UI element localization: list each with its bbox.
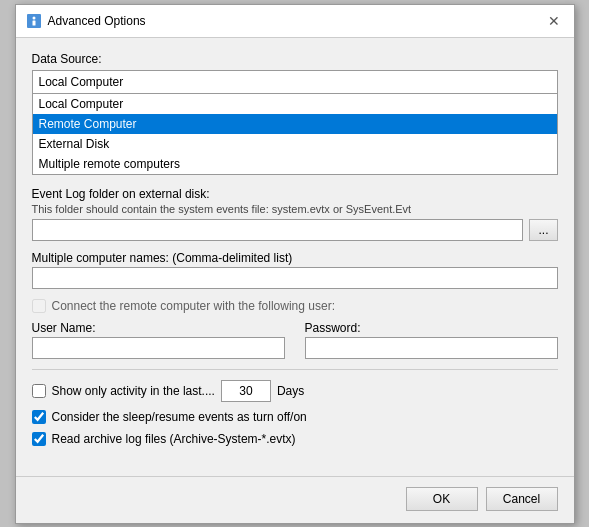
username-label: User Name: bbox=[32, 321, 285, 335]
ok-button[interactable]: OK bbox=[406, 487, 478, 511]
button-row: OK Cancel bbox=[16, 476, 574, 523]
multiple-computers-input[interactable] bbox=[32, 267, 558, 289]
event-log-folder-sublabel: This folder should contain the system ev… bbox=[32, 203, 558, 215]
divider bbox=[32, 369, 558, 370]
connect-remote-row: Connect the remote computer with the fol… bbox=[32, 299, 558, 313]
event-log-folder-input[interactable] bbox=[32, 219, 524, 241]
dialog-content: Data Source: Local Computer ▾ Local Comp… bbox=[16, 38, 574, 466]
username-input[interactable] bbox=[32, 337, 285, 359]
dropdown-option-multiple[interactable]: Multiple remote computers bbox=[33, 154, 557, 174]
svg-rect-2 bbox=[32, 20, 35, 25]
user-pwd-row: User Name: Password: bbox=[32, 321, 558, 359]
svg-point-1 bbox=[32, 16, 35, 19]
show-activity-label[interactable]: Show only activity in the last.... bbox=[52, 384, 215, 398]
data-source-label: Data Source: bbox=[32, 52, 558, 66]
data-source-dropdown[interactable]: Local Computer bbox=[32, 70, 558, 94]
cancel-button[interactable]: Cancel bbox=[486, 487, 558, 511]
sleep-resume-row: Consider the sleep/resume events as turn… bbox=[32, 410, 558, 424]
browse-button[interactable]: ... bbox=[529, 219, 557, 241]
event-log-folder-label: Event Log folder on external disk: bbox=[32, 187, 558, 201]
data-source-dropdown-list: Local Computer Remote Computer External … bbox=[32, 94, 558, 175]
sleep-resume-label[interactable]: Consider the sleep/resume events as turn… bbox=[52, 410, 307, 424]
dropdown-option-external[interactable]: External Disk bbox=[33, 134, 557, 154]
title-bar: Advanced Options ✕ bbox=[16, 5, 574, 38]
connect-remote-checkbox[interactable] bbox=[32, 299, 46, 313]
show-activity-row: Show only activity in the last.... Days bbox=[32, 380, 558, 402]
password-label: Password: bbox=[305, 321, 558, 335]
event-log-folder-row: ... bbox=[32, 219, 558, 241]
password-input[interactable] bbox=[305, 337, 558, 359]
read-archive-checkbox[interactable] bbox=[32, 432, 46, 446]
close-button[interactable]: ✕ bbox=[544, 11, 564, 31]
password-field: Password: bbox=[305, 321, 558, 359]
username-field: User Name: bbox=[32, 321, 285, 359]
sleep-resume-checkbox[interactable] bbox=[32, 410, 46, 424]
multiple-computers-group: Multiple computer names: (Comma-delimite… bbox=[32, 251, 558, 289]
connect-remote-label[interactable]: Connect the remote computer with the fol… bbox=[52, 299, 335, 313]
multiple-computers-label: Multiple computer names: (Comma-delimite… bbox=[32, 251, 558, 265]
read-archive-row: Read archive log files (Archive-System-*… bbox=[32, 432, 558, 446]
event-log-folder-group: Event Log folder on external disk: This … bbox=[32, 187, 558, 241]
data-source-dropdown-container: Local Computer ▾ Local Computer Remote C… bbox=[32, 70, 558, 175]
dropdown-option-remote[interactable]: Remote Computer bbox=[33, 114, 557, 134]
days-input[interactable] bbox=[221, 380, 271, 402]
title-bar-left: Advanced Options bbox=[26, 13, 146, 29]
dialog-title: Advanced Options bbox=[48, 14, 146, 28]
dropdown-option-local[interactable]: Local Computer bbox=[33, 94, 557, 114]
show-activity-checkbox[interactable] bbox=[32, 384, 46, 398]
dialog-icon bbox=[26, 13, 42, 29]
advanced-options-dialog: Advanced Options ✕ Data Source: Local Co… bbox=[15, 4, 575, 524]
read-archive-label[interactable]: Read archive log files (Archive-System-*… bbox=[52, 432, 296, 446]
days-label: Days bbox=[277, 384, 304, 398]
